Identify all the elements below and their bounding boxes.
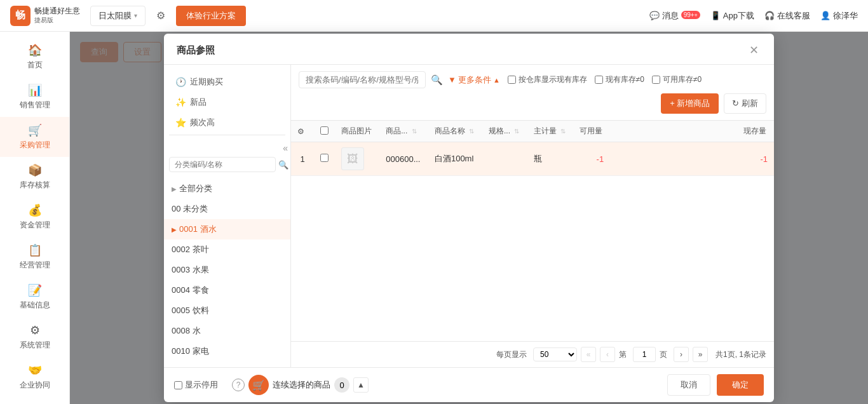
row-checkbox-cell[interactable] [314, 142, 335, 176]
checkbox-warehouse-text: 按仓库显示现有库存 [519, 74, 587, 85]
sidebar-home-label: 首页 [27, 60, 43, 71]
th-spec[interactable]: 规格... ⇅ [482, 121, 527, 142]
modal-close-button[interactable]: ✕ [746, 43, 761, 58]
logo-area: 畅 畅捷通好生意 捷易版 [10, 6, 80, 26]
refresh-button[interactable]: ↻ 刷新 [724, 93, 766, 114]
row-checkbox[interactable] [320, 154, 329, 162]
cart-label: 连续选择的商品 [273, 379, 330, 391]
prev-page-btn[interactable]: ‹ [600, 347, 615, 362]
th-name[interactable]: 商品名称 ⇅ [428, 121, 482, 142]
product-table-container: ⚙ 商品图片 商品... ⇅ 商品名称 [291, 121, 774, 341]
quick-nav-new[interactable]: ✨ 新品 [169, 93, 285, 112]
category-item-0002[interactable]: 0002 茶叶 [164, 239, 290, 260]
row-spacer [610, 142, 737, 176]
category-0003-label: 0003 水果 [172, 265, 209, 274]
product-search-icon[interactable]: 🔍 [431, 74, 443, 86]
all-category-arrow-icon: ▶ [172, 185, 177, 192]
product-table: ⚙ 商品图片 商品... ⇅ 商品名称 [291, 121, 774, 176]
category-search-icon[interactable]: 🔍 [278, 160, 288, 170]
sidebar-item-system[interactable]: ⚙ 系统管理 [0, 317, 69, 357]
th-settings[interactable]: ⚙ [291, 121, 314, 142]
modal-body: 🕐 近期购买 ✨ 新品 ⭐ 频次高 [164, 65, 774, 367]
panel-collapse-icon[interactable]: « [283, 143, 288, 153]
checkbox-usable[interactable] [652, 76, 660, 84]
messages-nav-item[interactable]: 💬 消息 99++ [649, 10, 700, 22]
row-available: -1 [573, 142, 610, 176]
sidebar-item-sales[interactable]: 📊 销售管理 [0, 77, 69, 117]
sidebar-item-inventory[interactable]: 📦 库存核算 [0, 157, 69, 197]
checkbox-warehouse-label[interactable]: 按仓库显示现有库存 [508, 74, 587, 85]
sidebar-item-home[interactable]: 🏠 首页 [0, 37, 69, 77]
sidebar-sales-label: 销售管理 [20, 100, 50, 111]
checkbox-usable-label[interactable]: 可用库存≠0 [652, 74, 702, 85]
category-item-0010[interactable]: 0010 家电 [164, 341, 290, 361]
filter-more-btn[interactable]: ▼ 更多条件 ▲ [448, 74, 500, 86]
category-item-0001[interactable]: ▶ 0001 酒水 [164, 219, 290, 239]
category-all[interactable]: ▶ 全部分类 [164, 178, 290, 199]
quick-nav-recent[interactable]: 🕐 近期购买 [169, 72, 285, 91]
sidebar-item-purchase[interactable]: 🛒 采购管理 [0, 117, 69, 157]
all-category-label: 全部分类 [179, 183, 212, 194]
th-code[interactable]: 商品... ⇅ [379, 121, 428, 142]
first-page-btn[interactable]: « [581, 347, 596, 362]
th-available: 可用量 [573, 121, 610, 142]
cancel-button[interactable]: 取消 [667, 374, 710, 396]
logo-text-group: 畅捷通好生意 捷易版 [34, 6, 80, 25]
row-image-cell: 🖼 [335, 142, 379, 176]
category-item-0008[interactable]: 0008 水 [164, 321, 290, 341]
category-search-input[interactable] [169, 157, 276, 172]
sidebar-item-cooperation[interactable]: 🤝 企业协同 [0, 357, 69, 397]
th-spacer [610, 121, 737, 142]
user-item[interactable]: 👤 徐泽华 [820, 10, 858, 22]
experience-btn[interactable]: 体验行业方案 [176, 6, 246, 26]
filter-actions: + 新增商品 ↻ 刷新 [661, 93, 766, 114]
show-disabled-checkbox[interactable] [174, 381, 182, 389]
product-thumbnail: 🖼 [341, 147, 364, 170]
checkbox-warehouse[interactable] [508, 76, 516, 84]
sidebar-item-finance[interactable]: 💰 资金管理 [0, 197, 69, 237]
product-reference-modal: 商品参照 ✕ 🕐 近期购买 [164, 34, 774, 402]
th-image: 商品图片 [335, 121, 379, 142]
inventory-icon: 📦 [28, 163, 42, 177]
nav-dropdown[interactable]: 日太阳膜 ▾ [90, 6, 146, 26]
username-label: 徐泽华 [833, 10, 858, 22]
app-download-item[interactable]: 📱 App下载 [710, 10, 754, 22]
sidebar-item-guide[interactable]: 🎓 新手引导 [0, 397, 69, 404]
row-spec [482, 142, 527, 176]
page-size-select[interactable]: 50 10 20 100 [533, 347, 577, 361]
page-number-input[interactable] [633, 347, 656, 362]
online-service-item[interactable]: 🎧 在线客服 [764, 10, 810, 22]
cart-icon-btn[interactable]: 🛒 [248, 375, 269, 395]
sidebar-item-basic[interactable]: 📝 基础信息 [0, 277, 69, 317]
settings-icon[interactable]: ⚙ [151, 6, 171, 26]
th-unit[interactable]: 主计量 ⇅ [527, 121, 574, 142]
checkbox-available-text: 现有库存≠0 [606, 74, 644, 85]
checkbox-group: 按仓库显示现有库存 现有库存≠0 可用库存≠0 [508, 74, 702, 85]
row-unit: 瓶 [527, 142, 574, 176]
category-item-0003[interactable]: 0003 水果 [164, 260, 290, 280]
select-all-checkbox[interactable] [320, 126, 329, 135]
next-page-btn[interactable]: › [674, 347, 689, 362]
confirm-button[interactable]: 确定 [717, 374, 764, 396]
quick-nav-frequent[interactable]: ⭐ 频次高 [169, 113, 285, 132]
table-row[interactable]: 1 🖼 000600... 白酒100ml [291, 142, 774, 176]
add-product-button[interactable]: + 新增商品 [661, 93, 719, 114]
product-search-input[interactable] [299, 71, 426, 88]
footer-collapse-btn[interactable]: ▲ [353, 377, 369, 393]
new-icon: ✨ [175, 97, 186, 107]
sidebar-item-operations[interactable]: 📋 经营管理 [0, 237, 69, 277]
category-item-0004[interactable]: 0004 零食 [164, 280, 290, 300]
category-item-0005[interactable]: 0005 饮料 [164, 300, 290, 321]
checkbox-available[interactable] [595, 76, 603, 84]
sidebar-purchase-label: 采购管理 [20, 140, 50, 151]
page-prefix-label: 第 [619, 349, 627, 360]
help-icon[interactable]: ? [232, 379, 245, 391]
basic-icon: 📝 [28, 283, 42, 297]
left-divider [169, 135, 285, 135]
code-sort-icon: ⇅ [412, 128, 417, 135]
category-item-00[interactable]: 00 未分类 [164, 199, 290, 219]
last-page-btn[interactable]: » [693, 347, 708, 362]
category-0005-label: 0005 饮料 [172, 306, 209, 315]
show-disabled-area: 显示停用 [174, 379, 218, 391]
checkbox-available-label[interactable]: 现有库存≠0 [595, 74, 644, 85]
